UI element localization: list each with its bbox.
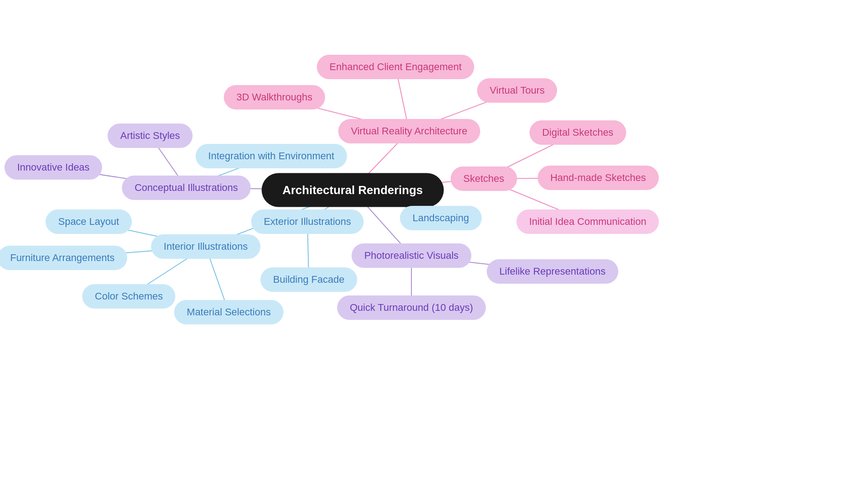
node-space: Space Layout xyxy=(46,209,132,234)
node-enhanced: Enhanced Client Engagement xyxy=(317,55,474,79)
node-digital: Digital Sketches xyxy=(529,120,626,145)
node-landscaping: Landscaping xyxy=(400,206,482,230)
mind-map-container: Architectural RenderingsConceptual Illus… xyxy=(0,0,868,490)
node-sketches: Sketches xyxy=(451,167,517,191)
node-virtual-tours: Virtual Tours xyxy=(477,78,557,103)
node-vr: Virtual Reality Architecture xyxy=(338,119,480,143)
node-handmade: Hand-made Sketches xyxy=(538,166,659,190)
node-innovative: Innovative Ideas xyxy=(5,155,102,180)
node-interior: Interior Illustrations xyxy=(151,234,260,259)
node-conceptual: Conceptual Illustrations xyxy=(122,176,251,200)
node-initial: Initial Idea Communication xyxy=(516,209,659,234)
node-photo: Photorealistic Visuals xyxy=(352,243,472,268)
node-material: Material Selections xyxy=(174,300,283,324)
node-center: Architectural Renderings xyxy=(262,173,444,207)
node-3d: 3D Walkthroughs xyxy=(224,85,325,109)
node-quick: Quick Turnaround (10 days) xyxy=(337,295,486,320)
node-exterior: Exterior Illustrations xyxy=(251,209,363,234)
node-furniture: Furniture Arrangements xyxy=(0,246,127,270)
node-artistic: Artistic Styles xyxy=(108,124,193,148)
node-facade: Building Facade xyxy=(260,267,357,292)
node-color: Color Schemes xyxy=(82,284,175,309)
node-lifelike: Lifelike Representations xyxy=(487,259,618,284)
node-integration: Integration with Environment xyxy=(196,144,347,168)
